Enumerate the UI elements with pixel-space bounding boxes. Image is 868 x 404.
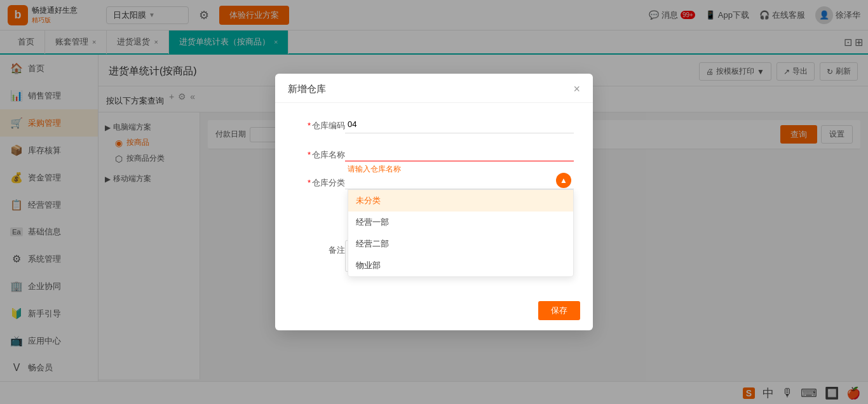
category-select-wrapper: ▲ bbox=[345, 172, 574, 189]
category-arrow-icon[interactable]: ▲ bbox=[556, 173, 571, 188]
code-label: 仓库编码 bbox=[294, 116, 345, 131]
form-row-name: 仓库名称 请输入仓库名称 bbox=[294, 144, 574, 161]
note-label: 备注 bbox=[294, 240, 345, 256]
dropdown-item-unclassified[interactable]: 未分类 bbox=[348, 190, 573, 212]
name-row-inner: 仓库名称 bbox=[294, 144, 574, 161]
form-row-code: 仓库编码 bbox=[294, 116, 574, 133]
name-input[interactable] bbox=[345, 144, 574, 161]
dropdown-item-dept3[interactable]: 物业部 bbox=[348, 255, 573, 276]
modal-header: 新增仓库 × bbox=[275, 74, 593, 103]
code-input[interactable] bbox=[345, 116, 574, 133]
modal-title: 新增仓库 bbox=[288, 83, 326, 95]
category-dropdown: 未分类 经营一部 经营二部 物业部 bbox=[348, 189, 574, 277]
category-label: 仓库分类 bbox=[294, 173, 345, 189]
modal-body: 仓库编码 仓库名称 请输入仓库名称 仓库分类 ▲ 未分类 经营一部 经营二部 物… bbox=[275, 103, 593, 295]
dropdown-item-dept1[interactable]: 经营一部 bbox=[348, 212, 573, 233]
modal-close-button[interactable]: × bbox=[573, 83, 580, 96]
dropdown-item-dept2[interactable]: 经营二部 bbox=[348, 233, 573, 255]
save-button[interactable]: 保存 bbox=[538, 301, 580, 320]
name-label: 仓库名称 bbox=[294, 145, 345, 161]
modal-footer: 保存 bbox=[275, 295, 593, 330]
form-row-category: 仓库分类 ▲ 未分类 经营一部 经营二部 物业部 bbox=[294, 172, 574, 189]
category-input[interactable] bbox=[345, 172, 574, 189]
add-warehouse-modal: 新增仓库 × 仓库编码 仓库名称 请输入仓库名称 仓库分类 ▲ 未分类 bbox=[275, 74, 593, 330]
